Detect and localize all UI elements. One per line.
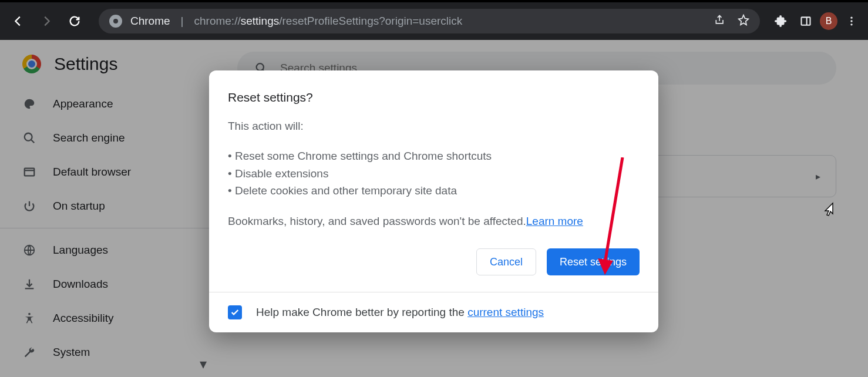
sidebar-item-system[interactable]: System bbox=[0, 335, 211, 369]
svg-point-3 bbox=[850, 20, 852, 22]
download-icon bbox=[22, 277, 36, 291]
sidebar-item-default-browser[interactable]: Default browser bbox=[0, 155, 211, 189]
page-title: Settings bbox=[54, 54, 117, 74]
svg-point-10 bbox=[28, 313, 31, 315]
settings-sidebar: Settings Appearance Search engine Defaul… bbox=[0, 40, 211, 377]
site-chrome-icon bbox=[109, 15, 122, 28]
sidebar-item-languages[interactable]: Languages bbox=[0, 233, 211, 267]
search-icon bbox=[22, 131, 36, 145]
sidebar-item-label: System bbox=[53, 346, 90, 359]
site-label: Chrome bbox=[130, 15, 170, 28]
sidepanel-icon[interactable] bbox=[795, 11, 816, 32]
palette-icon bbox=[22, 97, 36, 111]
svg-rect-7 bbox=[25, 169, 35, 176]
sidebar-item-label: Accessibility bbox=[53, 312, 113, 325]
reset-settings-button[interactable]: Reset settings bbox=[547, 248, 640, 275]
svg-point-11 bbox=[257, 63, 264, 70]
dialog-bullet: Reset some Chrome settings and Chrome sh… bbox=[228, 147, 640, 164]
svg-point-5 bbox=[25, 133, 32, 141]
learn-more-link[interactable]: Learn more bbox=[526, 215, 583, 227]
url-text: chrome://settings/resetProfileSettings?o… bbox=[194, 15, 463, 28]
forward-button[interactable] bbox=[34, 9, 59, 33]
star-icon[interactable] bbox=[738, 14, 749, 29]
sidebar-item-accessibility[interactable]: Accessibility bbox=[0, 301, 211, 335]
sidebar-item-label: Downloads bbox=[53, 278, 108, 291]
globe-icon bbox=[22, 243, 36, 257]
sidebar-item-label: Search engine bbox=[53, 132, 125, 144]
sidebar-item-downloads[interactable]: Downloads bbox=[0, 267, 211, 301]
dialog-title: Reset settings? bbox=[228, 90, 640, 105]
dialog-lead: This action will: bbox=[228, 117, 640, 134]
sidebar-item-label: Languages bbox=[53, 244, 108, 257]
sidebar-item-label: Default browser bbox=[53, 166, 131, 179]
sidebar-item-search-engine[interactable]: Search engine bbox=[0, 121, 211, 155]
report-checkbox[interactable] bbox=[228, 305, 242, 319]
chevron-down-icon[interactable]: ▾ bbox=[200, 356, 207, 372]
report-text: Help make Chrome better by reporting the… bbox=[256, 306, 544, 319]
current-settings-link[interactable]: current settings bbox=[467, 306, 544, 318]
power-icon bbox=[22, 199, 36, 213]
sidebar-item-on-startup[interactable]: On startup bbox=[0, 189, 211, 223]
dialog-after: Bookmarks, history, and saved passwords … bbox=[228, 213, 640, 230]
sidebar-item-label: Appearance bbox=[53, 97, 113, 110]
svg-line-6 bbox=[31, 140, 35, 143]
svg-point-2 bbox=[850, 17, 852, 19]
settings-brand: Settings bbox=[0, 54, 211, 87]
svg-point-4 bbox=[850, 23, 852, 25]
address-bar[interactable]: Chrome | chrome://settings/resetProfileS… bbox=[99, 9, 760, 33]
sidebar-item-label: On startup bbox=[53, 200, 105, 213]
back-button[interactable] bbox=[6, 9, 31, 33]
window-icon bbox=[22, 165, 36, 179]
chrome-logo-icon bbox=[22, 55, 41, 73]
profile-avatar[interactable]: B bbox=[820, 12, 837, 30]
chrome-menu-icon[interactable] bbox=[841, 11, 862, 32]
wrench-icon bbox=[22, 345, 36, 359]
sidebar-divider bbox=[0, 228, 211, 228]
sidebar-item-appearance[interactable]: Appearance bbox=[0, 87, 211, 121]
chevron-right-icon: ▸ bbox=[816, 171, 820, 182]
reload-button[interactable] bbox=[62, 9, 87, 33]
cancel-button[interactable]: Cancel bbox=[476, 248, 536, 275]
svg-rect-0 bbox=[802, 17, 810, 25]
dialog-bullets: Reset some Chrome settings and Chrome sh… bbox=[228, 147, 640, 199]
browser-toolbar: Chrome | chrome://settings/resetProfileS… bbox=[0, 0, 868, 40]
dialog-bullet: Disable extensions bbox=[228, 165, 640, 182]
extensions-icon[interactable] bbox=[771, 11, 792, 32]
share-icon[interactable] bbox=[714, 14, 726, 29]
reset-settings-dialog: Reset settings? This action will: Reset … bbox=[209, 70, 658, 332]
accessibility-icon bbox=[22, 311, 36, 325]
dialog-bullet: Delete cookies and other temporary site … bbox=[228, 182, 640, 199]
